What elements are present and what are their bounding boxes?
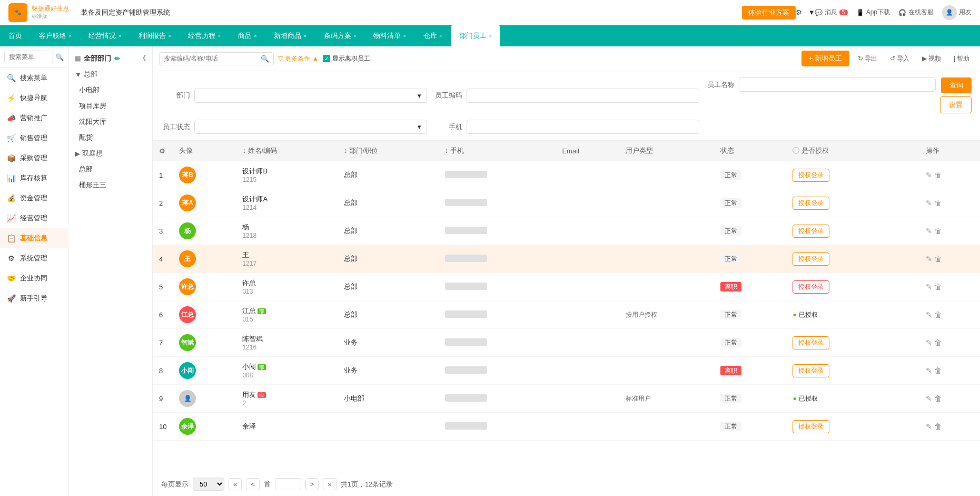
prev-page-btn[interactable]: <: [246, 478, 260, 490]
settings-icon[interactable]: ⚙: [796, 8, 808, 16]
emp-status-select[interactable]: ▾: [194, 120, 427, 134]
delete-btn[interactable]: 🗑: [934, 199, 942, 207]
auth-btn[interactable]: 授权登录: [793, 225, 829, 238]
auth-btn[interactable]: 授权登录: [793, 252, 829, 266]
help-btn[interactable]: | 帮助: [949, 52, 974, 65]
phone-input[interactable]: [467, 120, 699, 134]
auth-btn[interactable]: 授权登录: [793, 169, 829, 182]
sidebar-search-input[interactable]: [4, 51, 53, 63]
edit-btn[interactable]: ✎: [926, 366, 932, 375]
sidebar-item-营销推广[interactable]: 📣营销推广: [0, 108, 68, 128]
user-menu-btn[interactable]: 👤 用友: [942, 5, 972, 20]
delete-btn[interactable]: 🗑: [934, 255, 942, 263]
nav-tab-部门员工[interactable]: 部门员工 ×: [451, 25, 500, 46]
sidebar-item-销售管理[interactable]: 🛒销售管理: [0, 128, 68, 148]
reset-btn[interactable]: 设置: [940, 96, 972, 113]
dept-select[interactable]: ▾: [194, 89, 427, 103]
col-settings[interactable]: ⚙: [153, 141, 173, 161]
experience-btn[interactable]: 体验行业方案: [742, 6, 796, 20]
nav-tab-条码方案[interactable]: 条码方案 ×: [315, 25, 365, 46]
dept-collapse-icon[interactable]: 《: [139, 54, 146, 63]
last-page-btn[interactable]: »: [323, 478, 336, 490]
dept-item-桶形王三[interactable]: 桶形王三: [68, 177, 152, 193]
sidebar-item-搜索菜单[interactable]: 🔍搜索菜单: [0, 68, 68, 88]
sidebar-item-库存核算[interactable]: 📊库存核算: [0, 168, 68, 188]
nav-tab-经营历程[interactable]: 经营历程 ×: [180, 25, 229, 46]
emp-code-input[interactable]: [467, 89, 699, 103]
dept-item-配货[interactable]: 配货: [68, 130, 152, 145]
delete-btn[interactable]: 🗑: [934, 394, 942, 403]
query-btn[interactable]: 查询: [941, 77, 972, 93]
show-resigned-toggle[interactable]: ✓ 显示离职员工: [323, 54, 370, 63]
tab-close-物料清单[interactable]: ×: [403, 33, 406, 39]
edit-btn[interactable]: ✎: [926, 310, 932, 319]
dropdown-icon[interactable]: ▼: [808, 8, 815, 16]
sidebar-item-资金管理[interactable]: 💰资金管理: [0, 188, 68, 208]
edit-btn[interactable]: ✎: [926, 283, 932, 291]
tab-close-仓库[interactable]: ×: [439, 33, 442, 39]
message-btn[interactable]: 💬 消息 5: [815, 8, 848, 17]
first-page-btn[interactable]: «: [229, 478, 242, 490]
nav-tab-物料清单[interactable]: 物料清单 ×: [365, 25, 414, 46]
nav-tab-首页[interactable]: 首页: [0, 25, 31, 46]
video-btn[interactable]: ▶ 视频: [918, 52, 945, 65]
edit-btn[interactable]: ✎: [926, 422, 932, 431]
emp-name-input[interactable]: [739, 77, 936, 92]
nav-tab-客户联络[interactable]: 客户联络 ×: [31, 25, 80, 46]
dept-group-双庭想[interactable]: ▶双庭想: [68, 145, 152, 161]
tab-close-条码方案[interactable]: ×: [353, 33, 357, 39]
nav-tab-经营情况[interactable]: 经营情况 ×: [80, 25, 130, 46]
sidebar-item-经营管理[interactable]: 📈经营管理: [0, 208, 68, 228]
col-name[interactable]: ↕ 姓名/编码: [236, 141, 337, 161]
edit-btn[interactable]: ✎: [926, 171, 932, 179]
online-service-btn[interactable]: 🎧 在线客服: [898, 8, 934, 17]
nav-tab-仓库[interactable]: 仓库 ×: [415, 25, 451, 46]
delete-btn[interactable]: 🗑: [934, 310, 942, 319]
nav-tab-商品[interactable]: 商品 ×: [230, 25, 265, 46]
sidebar-item-企业协同[interactable]: 🤝企业协同: [0, 268, 68, 288]
auth-btn[interactable]: 授权登录: [793, 420, 829, 433]
delete-btn[interactable]: 🗑: [934, 338, 942, 347]
import-btn[interactable]: ↺ 导入: [886, 52, 914, 65]
search-input[interactable]: [164, 55, 259, 62]
next-page-btn[interactable]: >: [305, 478, 319, 490]
sidebar-item-基础信息[interactable]: 📋基础信息: [0, 228, 68, 248]
delete-btn[interactable]: 🗑: [934, 422, 942, 431]
edit-btn[interactable]: ✎: [926, 394, 932, 403]
auth-btn[interactable]: 授权登录: [793, 336, 829, 349]
export-btn[interactable]: ↻ 导出: [854, 52, 882, 65]
edit-btn[interactable]: ✎: [926, 255, 932, 263]
sidebar-item-采购管理[interactable]: 📦采购管理: [0, 148, 68, 168]
delete-btn[interactable]: 🗑: [934, 283, 942, 291]
page-size-select[interactable]: 50 100: [193, 478, 224, 491]
tab-close-经营情况[interactable]: ×: [118, 33, 121, 39]
app-download-btn[interactable]: 📱 App下载: [856, 8, 890, 17]
edit-btn[interactable]: ✎: [926, 199, 932, 207]
col-dept[interactable]: ↕ 部门/职位: [338, 141, 439, 161]
auth-btn[interactable]: 授权登录: [793, 197, 829, 210]
sidebar-item-系统管理[interactable]: ⚙系统管理: [0, 248, 68, 268]
auth-btn[interactable]: 授权登录: [793, 280, 829, 294]
sidebar-item-新手引导[interactable]: 🚀新手引导: [0, 288, 68, 308]
dept-item-总部[interactable]: 总部: [68, 161, 152, 177]
auth-btn[interactable]: 授权登录: [793, 364, 829, 377]
dept-item-沈阳大库[interactable]: 沈阳大库: [68, 114, 152, 130]
nav-tab-新增商品[interactable]: 新增商品 ×: [265, 25, 315, 46]
delete-btn[interactable]: 🗑: [934, 171, 942, 179]
search-btn-icon[interactable]: 🔍: [261, 55, 269, 63]
add-employee-btn[interactable]: + 新增员工: [801, 51, 849, 66]
tab-close-客户联络[interactable]: ×: [68, 33, 72, 39]
delete-btn[interactable]: 🗑: [934, 227, 942, 235]
tab-close-新增商品[interactable]: ×: [303, 33, 306, 39]
sidebar-item-快捷导航[interactable]: ⚡快捷导航: [0, 88, 68, 108]
tab-close-利润报告[interactable]: ×: [168, 33, 171, 39]
dept-edit-icon[interactable]: ✏: [114, 55, 120, 63]
tab-close-经营历程[interactable]: ×: [217, 33, 221, 39]
tab-close-商品[interactable]: ×: [254, 33, 257, 39]
tab-close-部门员工[interactable]: ×: [489, 33, 492, 39]
dept-group-总部[interactable]: ▼总部: [68, 66, 152, 82]
edit-btn[interactable]: ✎: [926, 338, 932, 347]
dept-item-小电部[interactable]: 小电部: [68, 82, 152, 98]
dept-item-项目库房[interactable]: 项目库房: [68, 98, 152, 114]
delete-btn[interactable]: 🗑: [934, 366, 942, 375]
